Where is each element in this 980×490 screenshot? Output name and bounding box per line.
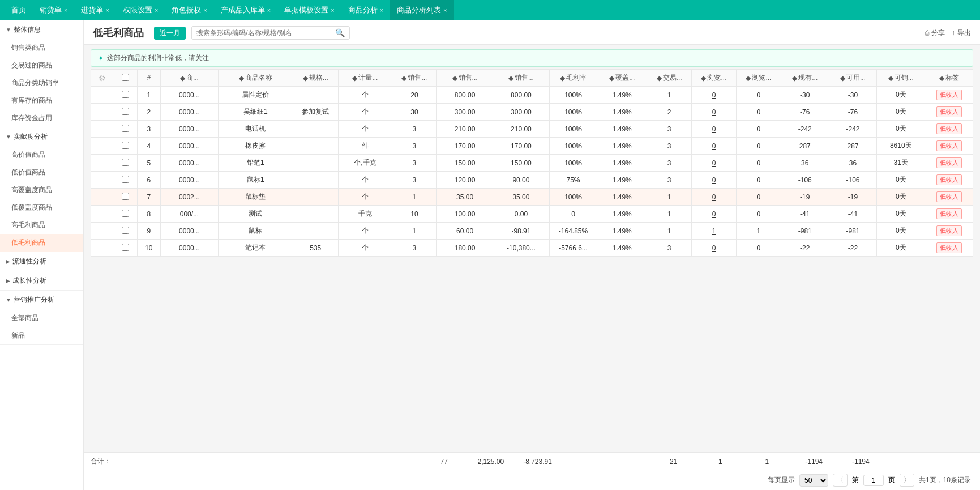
row-checkbox[interactable] (114, 87, 137, 104)
col-header-view1[interactable]: ◆浏览... (692, 70, 737, 87)
row-checkbox[interactable] (114, 104, 137, 121)
sidebar-group-卖献度分析[interactable]: ▼卖献度分析 (0, 127, 83, 146)
total-cell: 21 (650, 458, 697, 466)
share-button[interactable]: ⎙ 分享 (925, 28, 945, 38)
sidebar-item-高毛利商品[interactable]: 高毛利商品 (0, 216, 83, 234)
settings-icon[interactable]: ⚙ (99, 74, 106, 83)
sidebar-group-整体信息[interactable]: ▼整体信息 (0, 20, 83, 39)
time-filter-button[interactable]: 近一月 (154, 27, 186, 40)
sidebar-item-有库存的商品[interactable]: 有库存的商品 (0, 92, 83, 109)
row-sale-price: 210.00 (436, 121, 493, 138)
close-icon[interactable]: × (64, 7, 67, 14)
row-view1[interactable]: 0 (692, 87, 737, 104)
sidebar-item-低毛利商品[interactable]: 低毛利商品 (0, 234, 83, 252)
row-checkbox[interactable] (114, 189, 137, 206)
row-view1[interactable]: 0 (692, 172, 737, 189)
col-header-stock_now[interactable]: ◆现有... (781, 70, 829, 87)
sidebar-item-全部商品[interactable]: 全部商品 (0, 309, 83, 327)
table-row: 90000...鼠标个160.00-98.91-164.85%1.49%111-… (91, 223, 973, 240)
col-header-spec[interactable]: ◆规格... (293, 70, 338, 87)
col-header-num[interactable]: # (137, 70, 160, 87)
row-stock-now: 287 (781, 138, 829, 155)
nav-item-销货单[interactable]: 销货单 × (33, 0, 74, 20)
next-page-button[interactable]: 〉 (900, 474, 914, 487)
row-view1[interactable]: 0 (692, 104, 737, 121)
col-header-sale_price[interactable]: ◆销售... (436, 70, 493, 87)
sidebar-item-库存资金占用[interactable]: 库存资金占用 (0, 109, 83, 127)
nav-item-权限设置[interactable]: 权限设置 × (116, 0, 165, 20)
row-settings (91, 223, 114, 240)
row-checkbox[interactable] (114, 223, 137, 240)
row-view1[interactable]: 0 (692, 138, 737, 155)
page-size-select[interactable]: 50 100 200 (799, 474, 828, 487)
col-header-gross_rate[interactable]: ◆毛利率 (549, 70, 597, 87)
row-checkbox[interactable] (114, 121, 137, 138)
row-cover-rate: 1.49% (597, 104, 647, 121)
col-header-view2[interactable]: ◆浏览... (736, 70, 781, 87)
close-icon[interactable]: × (380, 7, 383, 14)
close-icon[interactable]: × (155, 7, 158, 14)
row-view1[interactable]: 0 (692, 240, 737, 257)
row-view1[interactable]: 0 (692, 206, 737, 223)
sidebar-item-低覆盖度商品[interactable]: 低覆盖度商品 (0, 199, 83, 216)
row-gross-rate: 100% (549, 189, 597, 206)
col-header-sale_profit[interactable]: ◆销售... (493, 70, 549, 87)
row-checkbox[interactable] (114, 155, 137, 172)
sidebar-item-销售类商品[interactable]: 销售类商品 (0, 39, 83, 57)
sidebar-group-成长性分析[interactable]: ▶成长性分析 (0, 271, 83, 290)
export-button[interactable]: ↑ 导出 (952, 28, 971, 38)
th-inner-view2: ◆浏览... (739, 73, 778, 83)
row-sale-price: 800.00 (436, 87, 493, 104)
row-view1[interactable]: 0 (692, 155, 737, 172)
row-unit: 个 (338, 189, 392, 206)
search-input[interactable] (196, 29, 335, 37)
sidebar-item-低价值商品[interactable]: 低价值商品 (0, 164, 83, 181)
sidebar-group-流通性分析[interactable]: ▶流通性分析 (0, 252, 83, 271)
col-header-tag[interactable]: ◆标签 (925, 70, 973, 87)
col-header-stock_avail[interactable]: ◆可用... (829, 70, 877, 87)
row-checkbox[interactable] (114, 240, 137, 257)
nav-item-进货单[interactable]: 进货单 × (74, 0, 115, 20)
col-header-settings[interactable]: ⚙ (91, 70, 114, 87)
row-view1[interactable]: 0 (692, 121, 737, 138)
sidebar-item-交易过的商品[interactable]: 交易过的商品 (0, 57, 83, 74)
nav-item-单据模板设置[interactable]: 单据模板设置 × (277, 0, 341, 20)
col-header-unit[interactable]: ◆计量... (338, 70, 392, 87)
row-settings (91, 121, 114, 138)
sidebar-group-营销推广分析[interactable]: ▼营销推广分析 (0, 291, 83, 309)
notice-text: 这部分商品的利润非常低，请关注 (107, 53, 209, 63)
col-header-code[interactable]: ◆商... (160, 70, 218, 87)
row-checkbox[interactable] (114, 138, 137, 155)
close-icon[interactable]: × (105, 7, 109, 14)
row-stock-now: -19 (781, 189, 829, 206)
col-header-checkbox[interactable] (114, 70, 137, 87)
row-unit: 千克 (338, 206, 392, 223)
nav-item-角色授权[interactable]: 角色授权 × (165, 0, 213, 20)
row-checkbox[interactable] (114, 172, 137, 189)
page-input[interactable] (863, 475, 884, 486)
nav-item-商品分析列表[interactable]: 商品分析列表 × (390, 0, 453, 20)
col-header-saleable_days[interactable]: ◆可销... (877, 70, 925, 87)
nav-item-产成品入库单[interactable]: 产成品入库单 × (214, 0, 277, 20)
col-header-trade_cnt[interactable]: ◆交易... (647, 70, 692, 87)
sidebar-item-商品分类助销率[interactable]: 商品分类助销率 (0, 74, 83, 92)
prev-page-button[interactable]: 〈 (833, 474, 848, 487)
sidebar-item-新品[interactable]: 新品 (0, 327, 83, 344)
col-header-name[interactable]: ◆商品名称 (219, 70, 293, 87)
sidebar-item-高覆盖度商品[interactable]: 高覆盖度商品 (0, 181, 83, 199)
row-code: 0000... (160, 240, 218, 257)
row-view1[interactable]: 0 (692, 189, 737, 206)
col-header-sale_qty[interactable]: ◆销售... (392, 70, 436, 87)
close-icon[interactable]: × (203, 7, 207, 14)
sidebar-item-高价值商品[interactable]: 高价值商品 (0, 146, 83, 164)
row-checkbox[interactable] (114, 206, 137, 223)
close-icon[interactable]: × (443, 7, 447, 14)
row-name: 鼠标1 (219, 172, 293, 189)
close-icon[interactable]: × (331, 7, 334, 14)
col-header-cover_rate[interactable]: ◆覆盖... (597, 70, 647, 87)
nav-item-商品分析[interactable]: 商品分析 × (341, 0, 390, 20)
select-all-checkbox[interactable] (122, 74, 129, 81)
nav-item-首页[interactable]: 首页 (5, 0, 33, 20)
close-icon[interactable]: × (267, 7, 271, 14)
row-view1[interactable]: 1 (692, 223, 737, 240)
